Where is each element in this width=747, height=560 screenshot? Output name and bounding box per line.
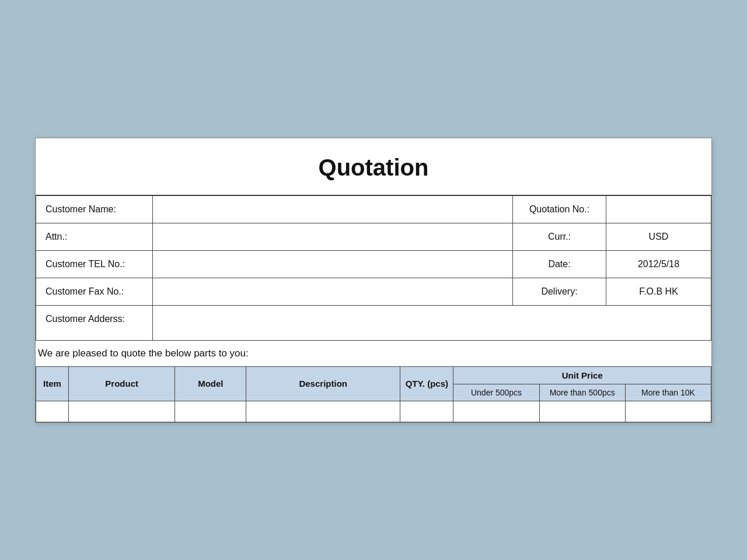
row-qty — [400, 401, 453, 422]
info-table: Customer Name: Quotation No.: Attn.: Cur… — [36, 195, 711, 341]
col-item-header: Item — [36, 366, 69, 401]
row-more500 — [539, 401, 625, 422]
row-more10k — [625, 401, 711, 422]
col-under500-header: Under 500pcs — [453, 384, 539, 401]
address-label: Customer Adderss: — [36, 305, 153, 340]
row-model — [175, 401, 246, 422]
document-title-row: Quotation — [36, 138, 711, 195]
row-product — [68, 401, 175, 422]
row-description — [246, 401, 400, 422]
items-table: Item Product Model Description QTY. (pcs… — [36, 366, 711, 422]
info-row-1: Customer Name: Quotation No.: — [36, 195, 711, 223]
curr-label: Curr.: — [513, 223, 606, 250]
curr-value: USD — [606, 223, 711, 250]
address-value — [153, 305, 711, 340]
attn-value — [153, 223, 513, 250]
customer-name-value — [153, 195, 513, 223]
col-description-header: Description — [246, 366, 400, 401]
info-row-3: Customer TEL No.: Date: 2012/5/18 — [36, 250, 711, 278]
delivery-label: Delivery: — [513, 278, 606, 305]
items-header-row-1: Item Product Model Description QTY. (pcs… — [36, 366, 711, 384]
date-value: 2012/5/18 — [606, 250, 711, 278]
info-row-address: Customer Adderss: — [36, 305, 711, 340]
document: Quotation Customer Name: Quotation No.: … — [35, 138, 712, 423]
delivery-value: F.O.B HK — [606, 278, 711, 305]
document-title: Quotation — [41, 155, 706, 181]
col-unit-price-header: Unit Price — [453, 366, 711, 384]
date-label: Date: — [513, 250, 606, 278]
fax-value — [153, 278, 513, 305]
tel-label: Customer TEL No.: — [36, 250, 153, 278]
row-under500 — [453, 401, 539, 422]
row-item — [36, 401, 69, 422]
col-product-header: Product — [68, 366, 175, 401]
info-row-2: Attn.: Curr.: USD — [36, 223, 711, 250]
customer-name-label: Customer Name: — [36, 195, 153, 223]
attn-label: Attn.: — [36, 223, 153, 250]
col-more500-header: More than 500pcs — [539, 384, 625, 401]
quotation-no-value — [606, 195, 711, 223]
tel-value — [153, 250, 513, 278]
fax-label: Customer Fax No.: — [36, 278, 153, 305]
quote-intro: We are pleased to quote the below parts … — [36, 341, 711, 366]
col-model-header: Model — [175, 366, 246, 401]
info-row-4: Customer Fax No.: Delivery: F.O.B HK — [36, 278, 711, 305]
table-row — [36, 401, 711, 422]
quotation-no-label: Quotation No.: — [513, 195, 606, 223]
col-qty-header: QTY. (pcs) — [400, 366, 453, 401]
col-more10k-header: More than 10K — [625, 384, 711, 401]
